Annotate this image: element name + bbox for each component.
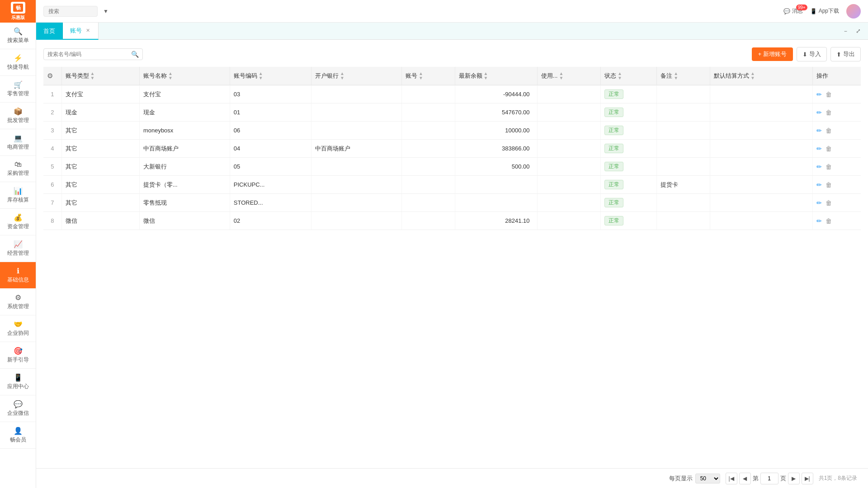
row-usage-4 xyxy=(537,158,600,176)
member-label: 畅会员 xyxy=(10,436,26,444)
phone-icon: 📱 xyxy=(810,8,817,14)
edit-button-1[interactable]: ✏ xyxy=(816,109,822,116)
sidebar-item-enterprise-agreement[interactable]: 🤝企业协同 xyxy=(0,315,36,342)
row-num-1: 2 xyxy=(43,103,61,122)
row-usage-1 xyxy=(537,103,600,122)
delete-button-4[interactable]: 🗑 xyxy=(826,163,832,170)
total-info: 共1页，8条记录 xyxy=(819,474,857,482)
table-row: 2 现金 现金 01 547670.00 正常 ✏ 🗑 xyxy=(43,103,861,122)
import-button[interactable]: ⬇ 导入 xyxy=(797,47,827,61)
app-download-button[interactable]: 📱 App下载 xyxy=(810,7,839,15)
toolbar: 🔍 + 新增账号 ⬇ 导入 ⬆ 导出 xyxy=(43,47,861,61)
col-code-label: 账号编码 xyxy=(234,72,257,80)
col-remark-header[interactable]: 备注▲▼ xyxy=(657,67,710,85)
delete-button-2[interactable]: 🗑 xyxy=(826,127,832,134)
sidebar-logo[interactable]: 畅 乐惠版 xyxy=(0,0,36,23)
sidebar-item-new-guide[interactable]: 🎯新手引导 xyxy=(0,342,36,369)
sidebar-item-operations-mgmt[interactable]: 📈经营管理 xyxy=(0,235,36,262)
edit-button-0[interactable]: ✏ xyxy=(816,91,822,98)
col-type-header[interactable]: 账号类型▲▼ xyxy=(61,67,139,85)
row-bank-5 xyxy=(311,176,402,194)
col-name-label: 账号名称 xyxy=(143,72,167,80)
edit-button-3[interactable]: ✏ xyxy=(816,145,822,152)
sidebar-item-retail-mgmt[interactable]: 🛒零售管理 xyxy=(0,76,36,103)
row-num-7: 8 xyxy=(43,212,61,230)
inventory-calc-icon: 📊 xyxy=(14,187,23,195)
delete-button-3[interactable]: 🗑 xyxy=(826,145,832,152)
message-button[interactable]: 💬 消息 99+ xyxy=(783,7,803,15)
last-page-button[interactable]: ▶| xyxy=(802,473,813,484)
col-remark-label: 备注 xyxy=(660,72,672,80)
edit-button-2[interactable]: ✏ xyxy=(816,127,822,134)
sidebar-item-search-menu[interactable]: 🔍搜索菜单 xyxy=(0,23,36,49)
tab-minimize-button[interactable]: － xyxy=(839,25,852,38)
edit-button-7[interactable]: ✏ xyxy=(816,217,822,225)
first-page-button[interactable]: |◀ xyxy=(726,473,737,484)
edit-button-4[interactable]: ✏ xyxy=(816,163,822,170)
col-code-header[interactable]: 账号编码▲▼ xyxy=(230,67,311,85)
sidebar-item-purchase-mgmt[interactable]: 🛍采购管理 xyxy=(0,156,36,182)
delete-button-1[interactable]: 🗑 xyxy=(826,109,832,116)
row-type-6: 其它 xyxy=(61,194,139,212)
sidebar-item-wholesale-mgmt[interactable]: 📦批发管理 xyxy=(0,103,36,129)
sidebar-item-shortcuts[interactable]: ⚡快捷导航 xyxy=(0,49,36,76)
sidebar-item-inventory-calc[interactable]: 📊库存核算 xyxy=(0,182,36,209)
row-remark-3 xyxy=(657,140,710,158)
row-type-5: 其它 xyxy=(61,176,139,194)
delete-button-5[interactable]: 🗑 xyxy=(826,181,832,188)
user-avatar[interactable] xyxy=(846,4,861,19)
col-status-header[interactable]: 状态▲▼ xyxy=(601,67,657,85)
accounts-tab-close[interactable]: ✕ xyxy=(85,28,91,34)
row-bank-7 xyxy=(311,212,402,230)
new-guide-label: 新手引导 xyxy=(7,356,29,364)
row-usage-7 xyxy=(537,212,600,230)
col-default-settle-header[interactable]: 默认结算方式▲▼ xyxy=(710,67,813,85)
prev-page-button[interactable]: ◀ xyxy=(739,473,751,484)
edit-button-6[interactable]: ✏ xyxy=(816,199,822,206)
row-code-3: 04 xyxy=(230,140,311,158)
accounts-tab-label: 账号 xyxy=(70,27,82,35)
row-status-1: 正常 xyxy=(601,103,657,122)
tab-accounts[interactable]: 账号 ✕ xyxy=(63,23,99,40)
col-usage-header[interactable]: 使用...▲▼ xyxy=(537,67,600,85)
next-page-button[interactable]: ▶ xyxy=(788,473,800,484)
row-actions-1: ✏ 🗑 xyxy=(813,103,861,122)
sidebar-item-enterprise-wechat[interactable]: 💬企业微信 xyxy=(0,395,36,422)
col-account-header[interactable]: 账号▲▼ xyxy=(401,67,455,85)
sidebar-item-ecommerce-mgmt[interactable]: 💻电商管理 xyxy=(0,129,36,156)
message-badge: 99+ xyxy=(796,5,807,10)
sidebar-item-app-center[interactable]: 📱应用中心 xyxy=(0,369,36,395)
row-status-0: 正常 xyxy=(601,85,657,103)
search-icon[interactable]: 🔍 xyxy=(131,51,139,58)
header-dropdown[interactable]: ▼ xyxy=(103,8,108,14)
search-input[interactable] xyxy=(47,51,131,57)
sidebar-item-member[interactable]: 👤畅会员 xyxy=(0,422,36,449)
logo-text: 乐惠版 xyxy=(11,14,25,21)
page-input[interactable] xyxy=(760,473,778,484)
sidebar-item-basic-info[interactable]: ℹ基础信息 xyxy=(0,262,36,289)
header-search-input[interactable] xyxy=(43,6,98,17)
row-account-1 xyxy=(401,103,455,122)
col-default-settle-label: 默认结算方式 xyxy=(714,72,749,80)
col-balance-header[interactable]: 最新余额▲▼ xyxy=(455,67,537,85)
row-account-5 xyxy=(401,176,455,194)
per-page-label: 每页显示 xyxy=(669,474,693,483)
export-button[interactable]: ⬆ 导出 xyxy=(830,47,861,61)
row-default-settle-0 xyxy=(710,85,813,103)
row-default-settle-3 xyxy=(710,140,813,158)
edit-button-5[interactable]: ✏ xyxy=(816,181,822,188)
column-settings-button[interactable]: ⚙ xyxy=(47,72,53,80)
delete-button-7[interactable]: 🗑 xyxy=(826,217,832,225)
finance-mgmt-label: 资金管理 xyxy=(7,223,29,230)
delete-button-6[interactable]: 🗑 xyxy=(826,199,832,206)
sidebar-item-finance-mgmt[interactable]: 💰资金管理 xyxy=(0,209,36,235)
per-page-select[interactable]: 50 100 200 xyxy=(695,474,720,483)
sidebar-item-system-mgmt[interactable]: ⚙系统管理 xyxy=(0,289,36,315)
add-account-button[interactable]: + 新增账号 xyxy=(752,47,793,61)
col-bank-header[interactable]: 开户银行▲▼ xyxy=(311,67,402,85)
delete-button-0[interactable]: 🗑 xyxy=(826,91,832,98)
tabs-bar: 首页 账号 ✕ － ⤢ xyxy=(36,23,868,40)
col-name-header[interactable]: 账号名称▲▼ xyxy=(139,67,230,85)
tab-home[interactable]: 首页 xyxy=(36,23,63,40)
tab-maximize-button[interactable]: ⤢ xyxy=(852,25,864,38)
